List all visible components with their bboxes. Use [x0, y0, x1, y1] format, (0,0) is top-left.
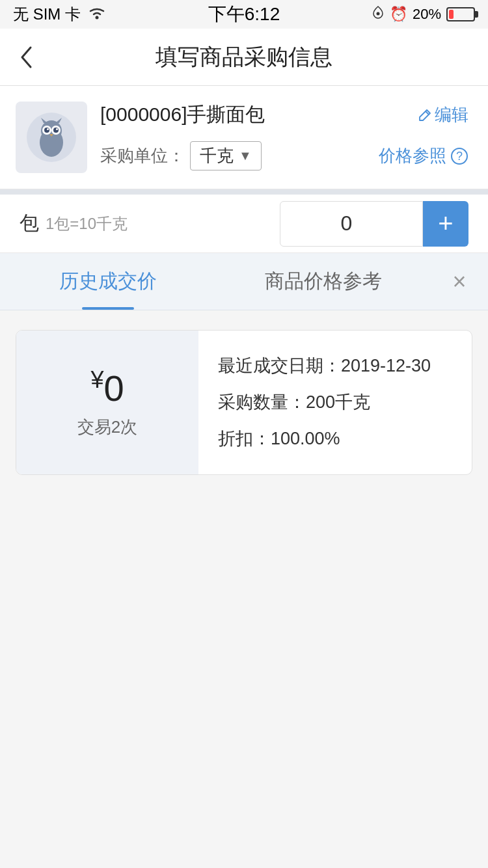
- unit-selector[interactable]: 千克 ▼: [190, 141, 262, 170]
- history-price-value: ¥0: [90, 366, 124, 409]
- unit-label: 采购单位：: [100, 144, 185, 167]
- section-divider: [0, 189, 488, 195]
- dropdown-arrow-icon: ▼: [239, 148, 252, 163]
- carrier-label: 无 SIM 卡: [13, 4, 81, 25]
- qty-plus-button[interactable]: +: [423, 201, 468, 247]
- history-trades-count: 交易2次: [77, 416, 137, 439]
- tab-active-indicator: [82, 307, 134, 310]
- quantity-row: 包 1包=10千克 +: [0, 195, 488, 253]
- product-card: [0000006]手撕面包 编辑 采购单位： 千克 ▼ 价格参照: [0, 86, 488, 189]
- product-name: [0000006]手撕面包: [100, 102, 265, 128]
- nav-bar: 填写商品采购信息: [0, 29, 488, 86]
- page-title: 填写商品采购信息: [156, 42, 332, 72]
- history-details-panel: 最近成交日期：2019-12-30 采购数量：200千克 折扣：100.00%: [198, 331, 472, 474]
- recent-date-row: 最近成交日期：2019-12-30: [218, 354, 452, 379]
- svg-text:?: ?: [456, 150, 463, 163]
- discount-row: 折扣：100.00%: [218, 427, 452, 452]
- svg-point-8: [53, 128, 59, 133]
- wifi-icon: [87, 5, 107, 23]
- svg-point-9: [47, 128, 49, 130]
- svg-point-0: [96, 16, 99, 20]
- qty-input-area: +: [280, 201, 468, 247]
- edit-button[interactable]: 编辑: [418, 103, 468, 126]
- status-time: 下午6:12: [208, 2, 280, 27]
- back-button[interactable]: [0, 29, 52, 86]
- status-right: ⏰ 20%: [372, 5, 475, 23]
- tab-history-price[interactable]: 历史成交价: [0, 253, 215, 310]
- product-owl-icon: [25, 111, 77, 163]
- alarm-icon: ⏰: [390, 6, 407, 23]
- unit-value: 千克: [200, 144, 234, 167]
- tab-price-reference[interactable]: 商品价格参考: [215, 253, 431, 310]
- location-icon: [372, 5, 385, 23]
- tabs-close-button[interactable]: ×: [431, 253, 488, 310]
- bottom-area: [0, 495, 488, 868]
- battery-percent: 20%: [413, 6, 441, 23]
- history-price-panel: ¥0 交易2次: [16, 331, 198, 474]
- battery-icon: [446, 7, 475, 21]
- purchase-qty-row: 采购数量：200千克: [218, 390, 452, 415]
- history-section: ¥0 交易2次 最近成交日期：2019-12-30 采购数量：200千克 折扣：…: [0, 310, 488, 495]
- svg-point-1: [376, 12, 379, 16]
- unit-row-left: 采购单位： 千克 ▼: [100, 141, 262, 170]
- history-card: ¥0 交易2次 最近成交日期：2019-12-30 采购数量：200千克 折扣：…: [16, 330, 472, 475]
- status-left: 无 SIM 卡: [13, 4, 107, 25]
- price-reference-button[interactable]: 价格参照 ?: [379, 144, 468, 167]
- qty-unit-label: 包: [20, 210, 39, 237]
- qty-conversion-label: 1包=10千克: [46, 213, 280, 234]
- quantity-input[interactable]: [280, 201, 423, 247]
- tabs-bar: 历史成交价 商品价格参考 ×: [0, 253, 488, 310]
- status-bar: 无 SIM 卡 下午6:12 ⏰ 20%: [0, 0, 488, 29]
- currency-symbol: ¥: [90, 366, 103, 393]
- product-info: [0000006]手撕面包 编辑 采购单位： 千克 ▼ 价格参照: [100, 102, 468, 170]
- svg-point-10: [56, 128, 58, 130]
- svg-point-7: [44, 128, 49, 133]
- product-image: [16, 102, 87, 173]
